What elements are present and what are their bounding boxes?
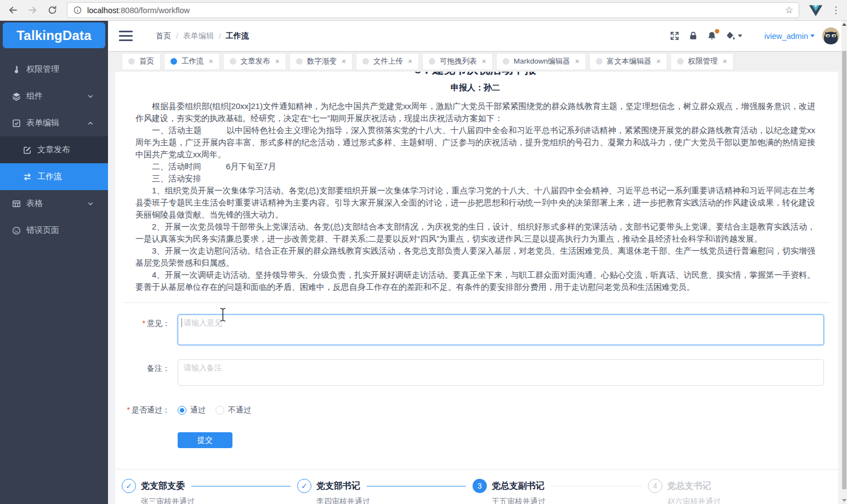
step-check-icon: ✓ (122, 479, 136, 493)
chevron-up-icon (87, 120, 94, 127)
swap-icon (22, 172, 32, 182)
sidebar-item-表格[interactable]: 表格 (0, 190, 108, 217)
avatar[interactable] (822, 27, 839, 44)
notification-bell-icon[interactable] (707, 31, 717, 41)
tab-可拖拽列表[interactable]: 可拖拽列表× (422, 53, 493, 70)
browser-menu-icon[interactable]: ⋮ (831, 4, 840, 16)
sidebar-item-工作流[interactable]: 工作流 (0, 163, 108, 190)
scroll-down-arrow[interactable] (842, 499, 846, 502)
tab-label: Markdown编辑器 (514, 56, 570, 66)
tab-dot-icon (677, 58, 684, 65)
back-icon[interactable] (7, 4, 19, 16)
tab-dot-icon (296, 58, 303, 65)
vue-devtools-icon[interactable] (809, 5, 822, 16)
breadcrumb-item[interactable]: 首页 (156, 31, 171, 41)
breadcrumb: 首页/表单编辑/工作流 (156, 31, 249, 41)
tab-close-icon[interactable]: × (275, 58, 280, 65)
tab-数字渐变[interactable]: 数字渐变× (289, 53, 353, 70)
remark-label: 备注： (115, 359, 170, 374)
forward-icon[interactable] (26, 4, 38, 16)
step-title: 党总支书记 (667, 480, 711, 492)
step-title: 党支部书记 (316, 480, 360, 492)
sidebar-item-表单编辑[interactable]: 表单编辑 (0, 110, 108, 136)
pass-label: *是否通过： (115, 405, 170, 415)
tab-label: 文章发布 (241, 56, 270, 66)
tab-文件上传[interactable]: 文件上传× (356, 53, 419, 70)
browser-chrome: localhost:8080/form/workflow ☆ ⋮ (0, 0, 847, 21)
document-paragraph: 一、活动主题 以中国特色社会主义理论为指导，深入贯彻落实党的十八大、十八届四中全… (135, 124, 815, 161)
tab-富文本编辑器[interactable]: 富文本编辑器× (589, 53, 667, 70)
step-number: 4 (648, 479, 662, 493)
scroll-up-arrow[interactable] (842, 23, 846, 26)
tab-close-icon[interactable]: × (482, 58, 486, 65)
tab-close-icon[interactable]: × (723, 58, 727, 65)
tab-权限管理[interactable]: 权限管理× (670, 53, 734, 70)
sidebar-item-权限管理[interactable]: 权限管理 (0, 56, 108, 83)
open-tabs-bar: 首页工作流×文章发布×数字渐变×文件上传×可拖拽列表×Markdown编辑器×富… (108, 51, 847, 72)
url-bar[interactable]: localhost:8080/form/workflow ☆ (67, 2, 799, 18)
user-caret-icon (810, 35, 815, 37)
theme-caret-icon[interactable] (738, 35, 742, 37)
user-menu[interactable]: iview_admin (764, 32, 815, 41)
step-head: ✓党支部书记 (297, 479, 473, 493)
document-applicant: 申报人：孙二 (135, 83, 815, 93)
tab-close-icon[interactable]: × (342, 58, 346, 65)
workflow-card: 8：建党节庆祝活动申报 申报人：孙二 根据县委组织部(组织[20xx]21)文件… (115, 72, 838, 504)
radio-label[interactable]: 不通过 (228, 405, 251, 415)
lock-icon[interactable] (688, 31, 698, 41)
thermometer-icon (12, 65, 21, 75)
opinion-textarea[interactable] (178, 314, 824, 345)
step-党支部书记: ✓党支部书记李四审核并通过 (297, 479, 473, 504)
tab-dot-icon (503, 58, 509, 65)
radio-通过[interactable] (178, 406, 186, 415)
document-body: 根据县委组织部(组织[20xx]21)文件通知精神，为纪念中国共产党建党xx周年… (135, 100, 815, 293)
reload-icon[interactable] (46, 4, 58, 16)
tab-文章发布[interactable]: 文章发布× (223, 53, 286, 70)
sidebar-item-label: 表格 (26, 198, 43, 209)
tab-label: 权限管理 (688, 56, 718, 66)
page-info-icon[interactable] (73, 5, 82, 15)
step-head: 3党总支副书记 (473, 479, 648, 493)
scrollbar[interactable] (842, 21, 847, 504)
tab-dot-icon (596, 58, 602, 65)
tab-close-icon[interactable]: × (575, 58, 579, 65)
tab-dot-icon (362, 58, 369, 65)
submit-button[interactable]: 提交 (178, 432, 232, 448)
document-paragraph: 3、开展一次走访慰问活动。结合正在开展的群众路线教育实践活动，各党总支部负责人要… (135, 245, 815, 269)
scrollbar-thumb[interactable] (842, 51, 846, 489)
divider (123, 302, 830, 303)
bookmark-star-icon[interactable]: ☆ (785, 4, 793, 16)
radio-label[interactable]: 通过 (190, 405, 206, 415)
tab-label: 工作流 (181, 56, 204, 66)
step-党总支副书记: 3党总支副书记王五审核并通过 (473, 479, 648, 504)
sidebar-item-label: 权限管理 (26, 64, 59, 75)
tab-dot-icon (230, 58, 236, 65)
tab-close-icon[interactable]: × (408, 58, 412, 65)
sidebar: TalkingData 权限管理组件表单编辑文章发布工作流表格错误页面 (0, 21, 108, 504)
tab-label: 首页 (139, 56, 154, 66)
remark-textarea[interactable] (178, 359, 824, 386)
sidebar-item-组件[interactable]: 组件 (0, 83, 108, 110)
fullscreen-icon[interactable] (669, 31, 680, 41)
step-head: ✓党支部支委 (122, 479, 297, 493)
tab-close-icon[interactable]: × (209, 58, 213, 65)
tab-首页[interactable]: 首页 (122, 53, 161, 70)
theme-fill-icon[interactable] (725, 31, 736, 41)
step-description: 张三审核并通过 (141, 497, 297, 504)
tab-Markdown编辑器[interactable]: Markdown编辑器× (496, 53, 586, 70)
tab-close-icon[interactable]: × (656, 58, 661, 65)
step-description: 王五审核并通过 (492, 497, 648, 504)
app-logo[interactable]: TalkingData (3, 22, 105, 48)
pass-radio-group: 通过不通过 (178, 405, 261, 415)
breadcrumb-item[interactable]: 表单编辑 (183, 31, 214, 41)
tab-工作流[interactable]: 工作流× (164, 53, 220, 70)
document: 8：建党节庆祝活动申报 申报人：孙二 根据县委组织部(组织[20xx]21)文件… (115, 72, 838, 293)
submit-row: 提交 (115, 432, 824, 448)
sidebar-item-错误页面[interactable]: 错误页面 (0, 217, 108, 244)
sad-face-icon (12, 226, 21, 236)
screen: localhost:8080/form/workflow ☆ ⋮ Talking… (0, 0, 847, 504)
document-paragraph: 根据县委组织部(组织[20xx]21)文件通知精神，为纪念中国共产党建党xx周年… (135, 100, 815, 124)
sidebar-item-文章发布[interactable]: 文章发布 (0, 136, 108, 163)
radio-不通过[interactable] (215, 406, 224, 415)
collapse-menu-icon[interactable] (119, 31, 133, 41)
